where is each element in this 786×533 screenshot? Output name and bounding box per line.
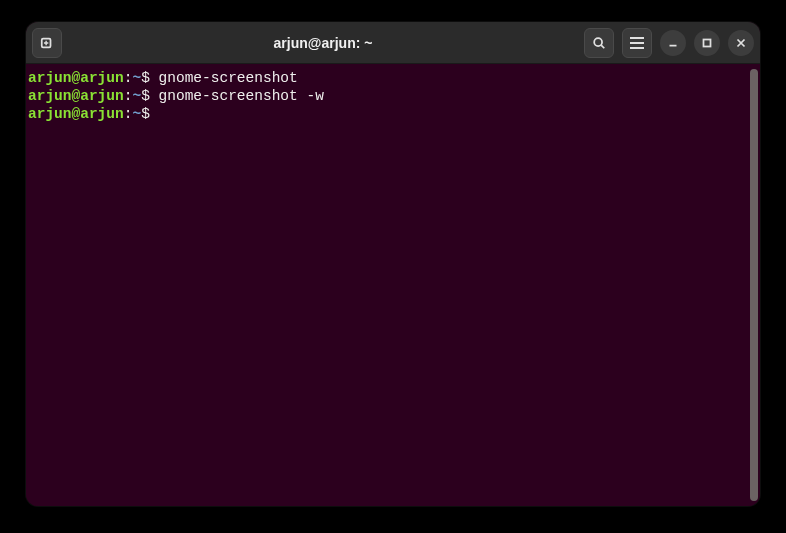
- terminal-line: arjun@arjun:~$: [28, 105, 746, 123]
- command-text: gnome-screenshot -w: [159, 88, 324, 104]
- prompt-user-host: arjun@arjun: [28, 88, 124, 104]
- prompt-path: ~: [132, 88, 141, 104]
- maximize-icon: [700, 36, 714, 50]
- titlebar: arjun@arjun: ~: [26, 22, 760, 64]
- prompt-path: ~: [132, 106, 141, 122]
- prompt-symbol: $: [141, 106, 150, 122]
- window-title: arjun@arjun: ~: [68, 35, 578, 51]
- titlebar-right: [584, 28, 754, 58]
- terminal-content: arjun@arjun:~$ gnome-screenshot arjun@ar…: [28, 69, 750, 501]
- prompt-symbol: $: [141, 88, 150, 104]
- minimize-icon: [666, 36, 680, 50]
- terminal-line: arjun@arjun:~$ gnome-screenshot -w: [28, 87, 746, 105]
- minimize-button[interactable]: [660, 30, 686, 56]
- terminal-window: arjun@arjun: ~: [26, 22, 760, 506]
- prompt-symbol: $: [141, 70, 150, 86]
- svg-rect-2: [704, 39, 711, 46]
- new-tab-icon: [40, 36, 54, 50]
- new-tab-button[interactable]: [32, 28, 62, 58]
- terminal-body[interactable]: arjun@arjun:~$ gnome-screenshot arjun@ar…: [26, 64, 760, 506]
- terminal-line: arjun@arjun:~$ gnome-screenshot: [28, 69, 746, 87]
- prompt-path: ~: [132, 70, 141, 86]
- scrollbar[interactable]: [750, 69, 758, 501]
- svg-point-1: [594, 38, 602, 46]
- prompt-user-host: arjun@arjun: [28, 70, 124, 86]
- command-text: gnome-screenshot: [159, 70, 298, 86]
- search-button[interactable]: [584, 28, 614, 58]
- close-icon: [734, 36, 748, 50]
- hamburger-icon: [630, 42, 644, 44]
- prompt-user-host: arjun@arjun: [28, 106, 124, 122]
- scrollbar-thumb[interactable]: [750, 69, 758, 501]
- close-button[interactable]: [728, 30, 754, 56]
- maximize-button[interactable]: [694, 30, 720, 56]
- titlebar-left: [32, 28, 62, 58]
- menu-button[interactable]: [622, 28, 652, 58]
- search-icon: [592, 36, 606, 50]
